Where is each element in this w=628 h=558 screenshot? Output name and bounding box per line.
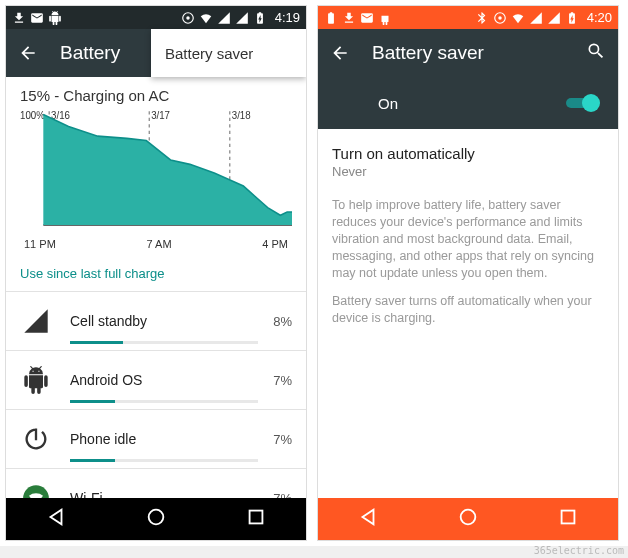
usage-bar [70, 459, 258, 462]
overflow-menu-item[interactable]: Battery saver [151, 29, 306, 77]
status-time: 4:19 [275, 10, 300, 25]
nav-recents-button[interactable] [245, 506, 267, 532]
navigation-bar [318, 498, 618, 540]
svg-point-12 [498, 16, 502, 20]
wifi-icon [511, 11, 525, 25]
signal-icon [547, 11, 561, 25]
menu-item-label: Battery saver [165, 45, 253, 62]
x-label: 7 AM [147, 238, 172, 250]
svg-text:3/17: 3/17 [151, 109, 170, 121]
usage-pct: 7% [273, 432, 292, 447]
usage-label: Cell standby [70, 313, 147, 329]
usage-label: Phone idle [70, 431, 136, 447]
usage-label: Android OS [70, 372, 142, 388]
battery-icon [253, 11, 267, 25]
nav-back-button[interactable] [357, 506, 379, 532]
download-icon [12, 11, 26, 25]
battery-icon [565, 11, 579, 25]
usage-row-android-os[interactable]: Android OS 7% [6, 351, 306, 409]
cell-signal-icon [20, 305, 52, 337]
search-button[interactable] [586, 41, 606, 65]
signal-icon [217, 11, 231, 25]
app-bar: Battery Battery saver [6, 29, 306, 77]
x-label: 11 PM [24, 238, 56, 250]
android-icon [378, 11, 392, 25]
help-text: To help improve battery life, battery sa… [332, 197, 604, 327]
wifi-icon [199, 11, 213, 25]
mail-icon [30, 11, 44, 25]
app-bar: Battery saver [318, 29, 618, 77]
battery-icon [324, 11, 338, 25]
status-bar: 4:19 [6, 6, 306, 29]
battery-saver-screen: 4:20 Battery saver On Turn on automatica… [318, 6, 618, 540]
back-button[interactable] [18, 43, 38, 63]
mail-icon [360, 11, 374, 25]
nav-recents-button[interactable] [557, 506, 579, 532]
use-since-header: Use since last full charge [6, 256, 306, 291]
status-bar: 4:20 [318, 6, 618, 29]
nav-home-button[interactable] [145, 506, 167, 532]
nav-back-button[interactable] [45, 506, 67, 532]
page-title: Battery [60, 42, 120, 64]
power-icon [20, 423, 52, 455]
android-icon [48, 11, 62, 25]
battery-summary: 15% - Charging on AC [6, 77, 306, 108]
usage-pct: 8% [273, 314, 292, 329]
battery-saver-toggle-row[interactable]: On [318, 77, 618, 129]
svg-text:3/18: 3/18 [232, 109, 251, 121]
page-title: Battery saver [372, 42, 484, 64]
navigation-bar [6, 498, 306, 540]
signal-icon [235, 11, 249, 25]
auto-on-value: Never [332, 164, 604, 179]
usage-pct: 7% [273, 373, 292, 388]
svg-rect-14 [562, 511, 575, 524]
watermark: 365electric.com [534, 545, 624, 556]
battery-screen: 4:19 Battery Battery saver 15% - Chargin… [6, 6, 306, 540]
nav-home-button[interactable] [457, 506, 479, 532]
download-icon [342, 11, 356, 25]
svg-point-0 [186, 16, 190, 20]
location-icon [181, 11, 195, 25]
toggle-label: On [378, 95, 398, 112]
svg-point-10 [149, 510, 164, 525]
location-icon [493, 11, 507, 25]
usage-bar [70, 400, 258, 403]
svg-rect-11 [250, 511, 263, 524]
battery-chart[interactable]: 100% 3/16 3/17 3/18 11 PM 7 AM 4 PM [6, 108, 306, 256]
usage-row-phone-idle[interactable]: Phone idle 7% [6, 410, 306, 468]
status-time: 4:20 [587, 10, 612, 25]
x-label: 4 PM [262, 238, 288, 250]
svg-text:100%: 100% [20, 109, 45, 121]
usage-bar [70, 341, 258, 344]
svg-point-13 [461, 510, 476, 525]
back-button[interactable] [330, 43, 350, 63]
toggle-switch[interactable] [566, 94, 600, 112]
signal-icon [529, 11, 543, 25]
usage-row-cell-standby[interactable]: Cell standby 8% [6, 292, 306, 350]
bluetooth-icon [475, 11, 489, 25]
auto-on-header[interactable]: Turn on automatically [332, 145, 604, 162]
android-icon [20, 364, 52, 396]
